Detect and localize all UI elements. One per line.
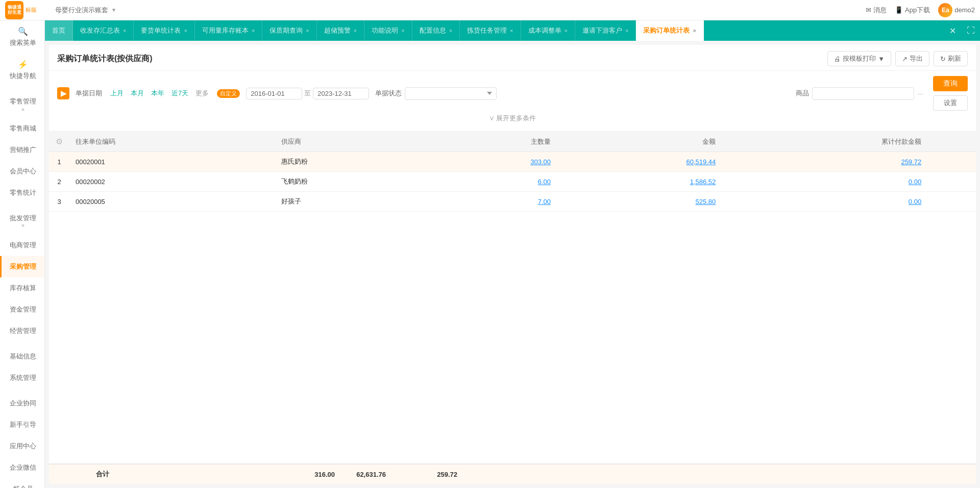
sidebar-item-enterprise-wechat[interactable]: 企业微信 xyxy=(0,457,44,478)
template-print-button[interactable]: 🖨 按模板打印 ▼ xyxy=(827,51,891,66)
sidebar-item-marketing[interactable]: 营销推广 xyxy=(0,139,44,161)
sidebar-item-label: 畅会员 xyxy=(5,484,41,488)
tab-close-icon[interactable]: × xyxy=(252,28,255,34)
tab-fullscreen-button[interactable]: ⛶ xyxy=(962,20,980,41)
export-icon: ↗ xyxy=(902,55,908,63)
logo-subtext: 标版 xyxy=(26,7,37,13)
tab-shelf-life[interactable]: 保质期查询 × xyxy=(262,20,316,41)
sidebar-item-system[interactable]: 系统管理 xyxy=(0,367,44,389)
sidebar-item-base-info[interactable]: 基础信息 xyxy=(0,346,44,367)
settings-button[interactable]: 设置 xyxy=(933,95,968,111)
sidebar-item-enterprise[interactable]: 企业协同 xyxy=(0,393,44,414)
tab-close-icon[interactable]: × xyxy=(401,28,404,34)
tab-over-stock[interactable]: 超储预警 × xyxy=(317,20,364,41)
tab-func-desc[interactable]: 功能说明 × xyxy=(364,20,412,41)
tab-purchase-stats[interactable]: 采购订单统计表 × xyxy=(636,20,703,41)
date-to-input[interactable] xyxy=(313,88,369,99)
row-quantity[interactable]: 6.00 xyxy=(428,172,557,192)
row-amount[interactable]: 60,519.44 xyxy=(557,152,722,172)
tab-config-info[interactable]: 配置信息 × xyxy=(412,20,460,41)
tab-label: 保质期查询 xyxy=(270,26,303,35)
refresh-button[interactable]: ↻ 刷新 xyxy=(934,51,968,66)
tab-close-icon[interactable]: × xyxy=(354,28,357,34)
sidebar-item-wholesale[interactable]: 批发管理 ▼ xyxy=(0,208,44,235)
export-button[interactable]: ↗ 导出 xyxy=(895,51,929,66)
goods-filter-more-icon[interactable]: ··· xyxy=(917,90,923,97)
tab-close-icon[interactable]: × xyxy=(510,28,513,34)
tab-receive-summary[interactable]: 收发存汇总表 × xyxy=(73,20,134,41)
sidebar-item-retail-stats[interactable]: 零售统计 xyxy=(0,182,44,203)
settings-icon[interactable]: ⚙ xyxy=(56,137,63,146)
col-supplier-label: 供应商 xyxy=(281,138,301,145)
row-amount[interactable]: 1,586.52 xyxy=(557,172,722,192)
row-paid[interactable]: 0.00 xyxy=(722,172,927,192)
date-this-year[interactable]: 本年 xyxy=(149,88,166,99)
tab-close-icon[interactable]: × xyxy=(565,28,568,34)
tab-home[interactable]: 首页 xyxy=(45,20,73,41)
table-row: 3 00020005 好孩子 7.00 525.80 0.00 xyxy=(49,192,976,212)
tab-available-inventory[interactable]: 可用量库存账本 × xyxy=(195,20,262,41)
user-name: demo2 xyxy=(954,6,975,14)
date-last-month[interactable]: 上月 xyxy=(108,88,126,99)
tab-close-icon[interactable]: × xyxy=(184,28,187,34)
tab-label: 超储预警 xyxy=(324,26,351,35)
sidebar-item-retail[interactable]: 零售管理 ▲ xyxy=(0,91,44,118)
col-settings: ⚙ xyxy=(49,132,69,152)
store-selector[interactable]: 母婴行业演示账套 ▼ xyxy=(55,6,116,15)
data-table: ⚙ 往来单位编码 供应商 主数量 xyxy=(49,132,976,212)
refresh-label: 刷新 xyxy=(948,54,961,63)
col-quantity-header: 主数量 xyxy=(428,132,557,152)
message-button[interactable]: ✉ 消息 xyxy=(866,6,887,15)
search-icon: 🔍 xyxy=(5,27,41,36)
query-button[interactable]: 查询 xyxy=(933,76,968,91)
user-menu[interactable]: Ea demo2 xyxy=(938,3,975,17)
sidebar-item-finance[interactable]: 资金管理 xyxy=(0,299,44,320)
row-paid[interactable]: 0.00 xyxy=(722,192,927,212)
footer-label: 合计 xyxy=(76,470,300,479)
sidebar-item-label: 企业协同 xyxy=(5,399,41,408)
page-panel: 采购订单统计表(按供应商) 🖨 按模板打印 ▼ ↗ 导出 xyxy=(49,45,976,484)
sidebar-item-retail-mall[interactable]: 零售商城 xyxy=(0,118,44,139)
row-quantity[interactable]: 7.00 xyxy=(428,192,557,212)
tab-invite-downstream[interactable]: 邀请下游客户 × xyxy=(575,20,636,41)
sidebar-item-search[interactable]: 🔍 搜索英单 xyxy=(0,20,44,54)
date-last-7[interactable]: 近7天 xyxy=(169,88,190,99)
app-download-button[interactable]: 📱 App下载 xyxy=(895,6,930,15)
tab-close-all-button[interactable]: ✕ xyxy=(943,20,962,41)
goods-filter-input[interactable] xyxy=(812,87,914,100)
tab-close-icon[interactable]: × xyxy=(693,28,696,34)
sidebar-item-operations[interactable]: 经营管理 xyxy=(0,320,44,342)
row-paid[interactable]: 259.72 xyxy=(722,152,927,172)
tab-close-icon[interactable]: × xyxy=(306,28,309,34)
sidebar-item-ecommerce[interactable]: 电商管理 xyxy=(0,235,44,256)
row-quantity[interactable]: 303.00 xyxy=(428,152,557,172)
row-amount[interactable]: 525.80 xyxy=(557,192,722,212)
export-label: 导出 xyxy=(910,54,923,63)
tab-close-icon[interactable]: × xyxy=(449,28,452,34)
sidebar-item-app-center[interactable]: 应用中心 xyxy=(0,435,44,457)
sidebar-item-quick-nav[interactable]: ⚡ 快捷导航 xyxy=(0,54,44,87)
date-more[interactable]: 更多 xyxy=(193,88,211,99)
tab-label: 要货单统计表 xyxy=(141,26,181,35)
sidebar-item-inventory[interactable]: 库存核算 xyxy=(0,277,44,299)
sidebar-item-purchase[interactable]: 采购管理 xyxy=(0,256,44,277)
tab-close-icon[interactable]: × xyxy=(625,28,628,34)
logo-area: 畅捷通好生意 标版 xyxy=(5,1,50,19)
table-row: 2 00020002 飞鹤奶粉 6.00 1,586.52 0.00 xyxy=(49,172,976,192)
row-index: 2 xyxy=(49,172,69,192)
filter-expand-row[interactable]: ∨ 展开更多条件 xyxy=(57,111,968,126)
sidebar-item-member2[interactable]: 畅会员 xyxy=(0,478,44,488)
date-custom-badge[interactable]: 自定义 xyxy=(217,89,240,98)
sidebar-item-new-guide[interactable]: 新手引导 xyxy=(0,414,44,435)
tab-stock-task[interactable]: 拣货任务管理 × xyxy=(460,20,521,41)
date-from-input[interactable] xyxy=(246,88,302,99)
status-filter-select[interactable] xyxy=(405,87,497,100)
sidebar-item-member[interactable]: 会员中心 xyxy=(0,161,44,182)
table-row: 1 00020001 惠氏奶粉 303.00 60,519.44 259.72 xyxy=(49,152,976,172)
filter-toggle-button[interactable]: ▶ xyxy=(57,87,69,99)
sidebar-item-label: 库存核算 xyxy=(5,284,41,293)
tab-cost-adjust[interactable]: 成本调整单 × xyxy=(521,20,575,41)
tab-demand-stats[interactable]: 要货单统计表 × xyxy=(134,20,194,41)
tab-close-icon[interactable]: × xyxy=(123,28,126,34)
date-this-month[interactable]: 本月 xyxy=(129,88,146,99)
